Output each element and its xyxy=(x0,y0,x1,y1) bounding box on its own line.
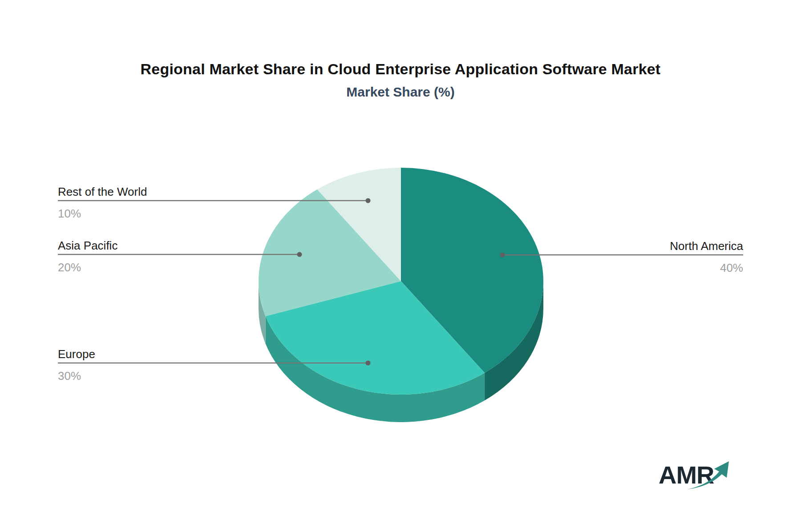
callout-europe: Europe 30% xyxy=(58,348,95,382)
callout-asia-pacific: Asia Pacific 20% xyxy=(58,239,117,274)
slice-label-rest-of-the-world: Rest of the World xyxy=(58,185,147,198)
leader-dot-europe xyxy=(366,361,371,366)
leader-dot-north-america xyxy=(500,253,505,258)
slice-label-asia-pacific: Asia Pacific xyxy=(58,239,117,252)
slice-label-europe: Europe xyxy=(58,348,95,360)
slice-value-asia-pacific: 20% xyxy=(58,261,117,274)
slice-value-rest-of-the-world: 10% xyxy=(58,207,147,220)
callout-north-america: North America 40% xyxy=(670,240,743,274)
callout-rest-of-the-world: Rest of the World 10% xyxy=(58,185,147,220)
slice-value-europe: 30% xyxy=(58,370,95,382)
slice-label-north-america: North America xyxy=(670,240,743,252)
slice-value-north-america: 40% xyxy=(670,262,743,274)
amr-logo: AMR xyxy=(659,463,739,498)
leader-dot-rest-of-the-world xyxy=(366,198,371,203)
amr-logo-arrow-icon xyxy=(686,459,733,491)
leader-dot-asia-pacific xyxy=(297,252,302,257)
